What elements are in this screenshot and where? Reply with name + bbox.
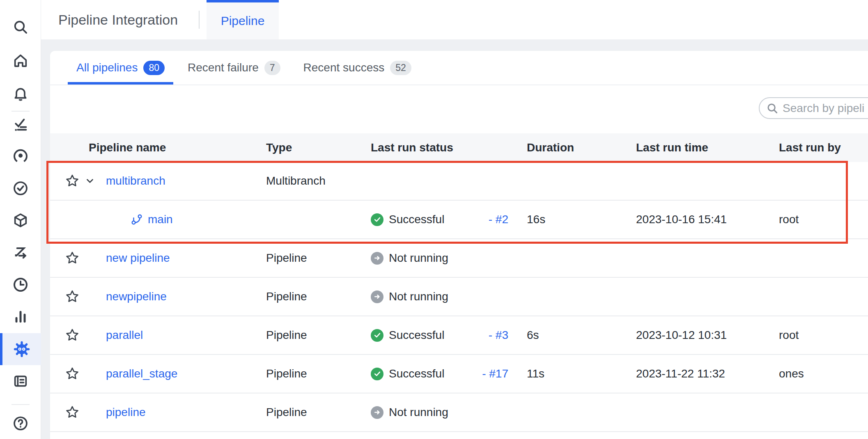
pipeline-name-link[interactable]: multibranch [106, 174, 165, 187]
star-button[interactable] [65, 405, 80, 420]
sidebar-item-devops[interactable] [0, 333, 41, 365]
type-cell: Pipeline [263, 367, 367, 380]
sidebar-item-home[interactable] [0, 45, 41, 77]
pipeline-name-link[interactable]: new pipeline [106, 252, 170, 265]
toolbar [50, 85, 868, 133]
tab-all-pipelines[interactable]: All pipelines 80 [68, 51, 173, 85]
table-row: new pipeline Pipeline Not running [50, 239, 868, 278]
not-running-icon [371, 406, 383, 419]
search-input[interactable] [783, 102, 868, 115]
status-label: Successful [389, 329, 444, 342]
by-cell: ones [776, 367, 868, 380]
type-cell: Pipeline [263, 252, 367, 265]
sidebar [0, 0, 41, 439]
star-button[interactable] [65, 174, 80, 188]
star-icon [65, 405, 80, 420]
sidebar-item-target[interactable] [0, 140, 41, 172]
name-cell: multibranch [100, 174, 263, 187]
col-type: Type [263, 141, 367, 154]
star-button[interactable] [65, 328, 80, 343]
status-label: Successful [389, 213, 444, 226]
sidebar-item-help[interactable] [0, 407, 41, 439]
pipeline-name-link[interactable]: pipeline [106, 406, 146, 419]
status-cell: Successful [367, 329, 470, 342]
sidebar-item-news[interactable] [0, 365, 41, 397]
sidebar-item-search[interactable] [0, 11, 41, 43]
checklist-icon [12, 116, 29, 133]
table-row: parallel Pipeline Successful - #3 6s 202… [50, 316, 868, 355]
header-divider [199, 11, 200, 29]
pipeline-tabs: All pipelines 80 Recent failure 7 Recent… [50, 51, 868, 85]
target-icon [12, 148, 29, 165]
sidebar-item-notifications[interactable] [0, 78, 41, 110]
tab-label: All pipelines [76, 61, 138, 74]
pipeline-name-link[interactable]: newpipeline [106, 290, 167, 303]
col-last-run-by: Last run by [776, 141, 868, 154]
top-header: Pipeline Integration Pipeline [41, 0, 868, 39]
help-icon [12, 415, 29, 432]
by-cell: root [776, 329, 868, 342]
success-icon [371, 329, 383, 342]
time-cell: 2023-10-12 10:31 [633, 329, 776, 342]
tab-pipeline[interactable]: Pipeline [207, 0, 279, 39]
duration-cell: 16s [524, 213, 633, 226]
gear-icon [13, 341, 30, 358]
sidebar-item-apps[interactable] [0, 204, 41, 236]
pipeline-name-link[interactable]: main [148, 213, 173, 226]
document-icon [12, 373, 29, 389]
status-label: Successful [389, 367, 444, 380]
pipelines-card: All pipelines 80 Recent failure 7 Recent… [50, 51, 868, 439]
type-cell: Multibranch [263, 174, 367, 187]
by-cell: root [776, 213, 868, 226]
name-cell: parallel_stage [100, 367, 263, 380]
circle-check-icon [12, 180, 29, 197]
sidebar-item-approval[interactable] [0, 172, 41, 204]
search-icon [766, 102, 778, 114]
col-duration: Duration [524, 141, 633, 154]
tab-recent-success[interactable]: Recent success 52 [295, 51, 420, 85]
run-link[interactable]: - #2 [489, 213, 508, 226]
run-link[interactable]: - #17 [482, 367, 508, 380]
duration-cell: 11s [524, 367, 633, 380]
col-last-run-time: Last run time [633, 141, 776, 154]
status-cell: Not running [367, 406, 470, 419]
star-button[interactable] [65, 289, 80, 304]
status-cell: Not running [367, 290, 470, 303]
success-icon [371, 368, 383, 380]
name-cell: new pipeline [100, 252, 263, 265]
sidebar-item-monitoring[interactable] [0, 301, 41, 333]
type-cell: Pipeline [263, 329, 367, 342]
star-button[interactable] [65, 251, 80, 265]
run-link[interactable]: - #3 [489, 329, 508, 341]
sidebar-item-checklist[interactable] [0, 108, 41, 140]
name-cell: pipeline [100, 406, 263, 419]
tab-recent-failure[interactable]: Recent failure 7 [179, 51, 289, 85]
name-cell: parallel [100, 329, 263, 342]
sidebar-item-history[interactable] [0, 269, 41, 301]
col-pipeline-name: Pipeline name [89, 141, 263, 154]
not-running-icon [371, 252, 383, 265]
sidebar-item-workflow[interactable] [0, 236, 41, 268]
pipeline-name-link[interactable]: parallel [106, 329, 143, 342]
type-cell: Pipeline [263, 290, 367, 303]
tab-label: Recent success [303, 61, 385, 74]
name-cell: main [100, 213, 263, 226]
home-icon [12, 53, 29, 69]
not-running-icon [371, 290, 383, 303]
count-badge: 52 [390, 61, 411, 75]
star-button[interactable] [65, 366, 80, 381]
status-label: Not running [389, 406, 448, 419]
name-cell: newpipeline [100, 290, 263, 303]
package-icon [12, 212, 29, 229]
pipeline-table-body: multibranch Multibranch main [50, 162, 868, 432]
star-icon [65, 366, 80, 381]
count-badge: 7 [264, 61, 280, 75]
search-box[interactable] [759, 97, 868, 119]
pipeline-name-link[interactable]: parallel_stage [106, 367, 177, 380]
page-title: Pipeline Integration [58, 0, 178, 39]
table-row: newpipeline Pipeline Not running [50, 278, 868, 316]
expander-chevron-icon[interactable] [85, 176, 95, 186]
status-cell: Successful [367, 367, 470, 380]
star-icon [65, 174, 80, 188]
table-row: main Successful - #2 16s 2023-10-16 15:4… [50, 201, 868, 239]
